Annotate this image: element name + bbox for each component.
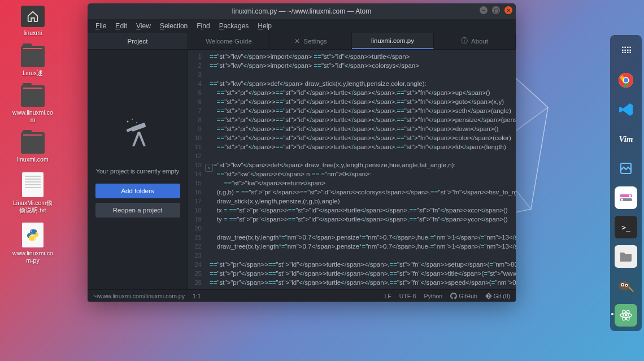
- reopen-project-button[interactable]: Reopen a project: [95, 203, 180, 218]
- desktop-icon-folder-3[interactable]: linuxmi.com: [10, 132, 55, 163]
- menu-file[interactable]: File: [92, 21, 110, 31]
- atom-window: linuxmi.com.py — ~/www.linuxmi.com — Ato…: [88, 3, 516, 302]
- svg-rect-29: [130, 123, 146, 132]
- menu-edit[interactable]: Edit: [112, 21, 130, 31]
- screenshot-icon[interactable]: [615, 157, 637, 180]
- menubar: File Edit View Selection Find Packages H…: [88, 19, 516, 33]
- desktop-icons: linuxmi Linux迷 www.linuxmi.com linuxmi.c…: [0, 0, 88, 273]
- atom-icon[interactable]: [615, 304, 637, 327]
- svg-point-26: [127, 121, 128, 123]
- empty-project-message: Your project is currently empty: [96, 168, 180, 175]
- svg-line-5: [531, 107, 548, 209]
- svg-point-14: [629, 195, 631, 197]
- svg-point-19: [622, 284, 624, 286]
- svg-point-7: [34, 238, 35, 240]
- tab-linuxmi-py[interactable]: linuxmi.com.py: [352, 33, 434, 49]
- svg-point-6: [31, 230, 32, 232]
- desktop-icon-folder-1[interactable]: Linux迷: [10, 46, 55, 77]
- titlebar[interactable]: linuxmi.com.py — ~/www.linuxmi.com — Ato…: [88, 3, 516, 19]
- status-line-ending[interactable]: LF: [384, 293, 391, 299]
- close-icon: ✕: [294, 37, 300, 45]
- svg-point-25: [625, 315, 627, 316]
- tab-settings[interactable]: ✕Settings: [270, 33, 352, 49]
- desktop-icon-textfile[interactable]: LinuxMi.com偷偷说明.txt: [10, 172, 55, 214]
- svg-point-28: [136, 122, 137, 123]
- apps-icon[interactable]: ⠿⠿: [615, 40, 637, 62]
- tabbar: Project Welcome Guide ✕Settings linuxmi.…: [88, 33, 516, 50]
- desktop-icon-folder-2[interactable]: www.linuxmi.com: [10, 85, 55, 123]
- status-github[interactable]: GitHub: [450, 293, 477, 299]
- close-button[interactable]: ✕: [504, 6, 512, 14]
- svg-rect-30: [126, 127, 133, 132]
- telescope-icon: [121, 117, 155, 151]
- vim-icon[interactable]: Vim: [615, 128, 637, 150]
- status-language[interactable]: Python: [424, 293, 442, 299]
- statusbar: ~/www.linuxmi.com/linuxmi.com.py 1:1 LF …: [88, 289, 516, 302]
- menu-help[interactable]: Help: [254, 21, 275, 31]
- svg-point-21: [626, 285, 627, 286]
- terminal-icon[interactable]: >_: [615, 216, 637, 238]
- editor[interactable]: 1234567891011121314151617181920212223242…: [188, 50, 516, 289]
- maximize-button[interactable]: ▢: [492, 6, 500, 14]
- info-icon: ⓘ: [461, 37, 468, 45]
- status-git[interactable]: Git (0): [485, 293, 510, 299]
- menu-find[interactable]: Find: [193, 21, 213, 31]
- chrome-icon[interactable]: [615, 69, 637, 92]
- minimize-button[interactable]: −: [480, 6, 488, 14]
- line-numbers: 1234567891011121314151617181920212223242…: [188, 50, 205, 289]
- menu-view[interactable]: View: [133, 21, 154, 31]
- vscode-icon[interactable]: [615, 98, 637, 121]
- project-pane-header[interactable]: Project: [88, 33, 188, 49]
- tab-welcome[interactable]: Welcome Guide: [188, 33, 270, 49]
- code-content[interactable]: =="st">"kw"</span>>import</span> =="st">…: [205, 50, 516, 289]
- window-title: linuxmi.com.py — ~/www.linuxmi.com — Ato…: [232, 7, 371, 15]
- svg-point-27: [132, 119, 133, 120]
- add-folders-button[interactable]: Add folders: [95, 184, 180, 198]
- tab-about[interactable]: ⓘAbout: [434, 33, 516, 49]
- svg-point-17: [619, 281, 630, 290]
- dock: ⠿⠿ Vim >_: [610, 35, 642, 331]
- desktop-icon-pyfile[interactable]: www.linuxmi.com-py: [10, 223, 55, 264]
- status-encoding[interactable]: UTF-8: [399, 293, 416, 299]
- svg-point-16: [621, 199, 623, 201]
- menu-selection[interactable]: Selection: [156, 21, 191, 31]
- gimp-icon[interactable]: [615, 275, 637, 297]
- fold-indicator[interactable]: ‹: [205, 164, 213, 172]
- menu-packages[interactable]: Packages: [216, 21, 253, 31]
- status-path[interactable]: ~/www.linuxmi.com/linuxmi.com.py: [93, 293, 185, 299]
- svg-point-11: [624, 78, 628, 82]
- files-icon[interactable]: [615, 245, 637, 268]
- tweaks-icon[interactable]: [615, 186, 637, 209]
- project-sidebar: Your project is currently empty Add fold…: [88, 50, 188, 289]
- desktop-icon-home[interactable]: linuxmi: [10, 6, 55, 37]
- status-cursor-pos[interactable]: 1:1: [193, 293, 201, 299]
